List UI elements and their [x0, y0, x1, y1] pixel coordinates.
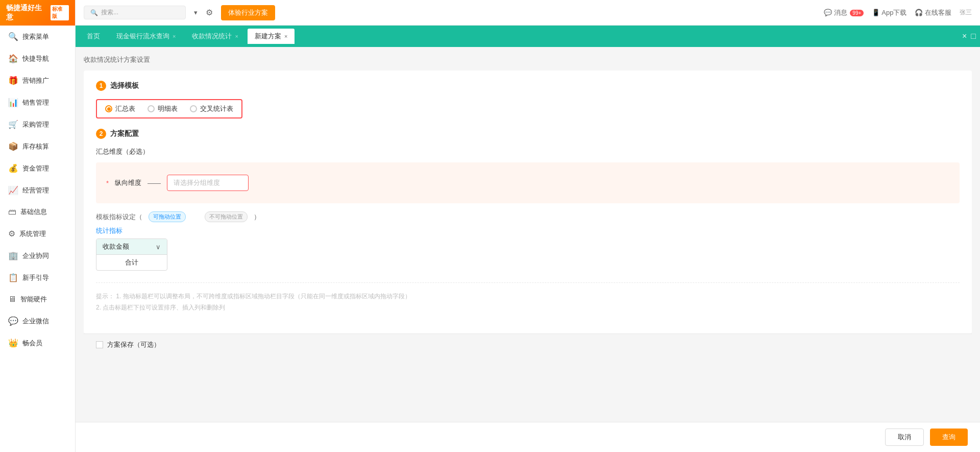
- stat-body-row: 合计: [96, 255, 167, 270]
- download-icon: 📱: [872, 9, 880, 16]
- tab-home[interactable]: 首页: [80, 29, 107, 44]
- query-button[interactable]: 查询: [930, 429, 968, 446]
- sidebar-item-operation[interactable]: 📈 经营管理: [0, 179, 75, 201]
- indicators-section: 模板指标设定（ 可拖动位置 不可拖动位置 ） 统计指标 收款金额 ∨ 合计: [96, 211, 960, 272]
- tab-home-label: 首页: [87, 32, 100, 41]
- tab-receipt-stats-label: 收款情况统计: [192, 32, 232, 41]
- sidebar-item-purchase[interactable]: 🛒 采购管理: [0, 113, 75, 135]
- database-icon: 🗃: [8, 207, 16, 217]
- window-close-icon[interactable]: ×: [962, 32, 967, 41]
- topbar-right: 💬 消息 99+ 📱 App下载 🎧 在线客服 张三: [824, 8, 972, 17]
- field-label: 纵向维度: [115, 178, 141, 187]
- trial-button[interactable]: 体验行业方案: [221, 5, 275, 20]
- sidebar-item-basic[interactable]: 🗃 基础信息: [0, 201, 75, 223]
- search-box[interactable]: 🔍 搜索...: [84, 6, 186, 19]
- sidebar-item-finance[interactable]: 💰 资金管理: [0, 157, 75, 179]
- save-checkbox[interactable]: [96, 341, 103, 348]
- sidebar-item-label: 库存核算: [22, 142, 49, 151]
- dimension-row: * 纵向维度 —— 请选择分组维度: [106, 175, 949, 191]
- radio-cross-label: 交叉统计表: [200, 104, 233, 113]
- topbar: 🔍 搜索... ▾ ⚙ 体验行业方案 💬 消息 99+ 📱 App下载 🎧 在线…: [76, 0, 980, 26]
- message-icon: 💬: [824, 9, 832, 16]
- sidebar-item-label: 系统管理: [19, 229, 46, 239]
- radio-detail[interactable]: 明细表: [148, 104, 178, 113]
- tab-receipt-stats-close[interactable]: ×: [235, 33, 238, 39]
- step1-num: 1: [96, 81, 106, 91]
- radio-cross[interactable]: 交叉统计表: [190, 104, 233, 113]
- sidebar-item-member[interactable]: 👑 畅会员: [0, 332, 75, 354]
- sidebar-item-quick-nav[interactable]: 🏠 快捷导航: [0, 47, 75, 69]
- tab-bank-flow-label: 现金银行流水查询: [116, 32, 169, 41]
- sidebar-item-label: 搜索菜单: [22, 32, 49, 41]
- sidebar-item-corp[interactable]: 🏢 企业协同: [0, 245, 75, 267]
- draggable-badge: 可拖动位置: [149, 211, 186, 222]
- gift-icon: 🎁: [8, 76, 18, 85]
- tips-line1: 提示： 1. 拖动标题栏可以调整布局，不可跨维度或指标区域拖动栏目字段（只能在同…: [96, 291, 960, 302]
- cancel-button[interactable]: 取消: [885, 429, 924, 446]
- gear-icon: ⚙: [8, 229, 15, 239]
- download-area[interactable]: 📱 App下载: [872, 8, 906, 17]
- indicators-title: 模板指标设定（: [96, 212, 142, 222]
- notification-area[interactable]: 💬 消息 99+: [824, 8, 864, 17]
- sidebar-item-label: 营销推广: [22, 76, 49, 85]
- radio-summary-circle: [105, 105, 112, 112]
- step1-header: 1 选择模板: [96, 81, 960, 91]
- sidebar-item-search-menu[interactable]: 🔍 搜索菜单: [0, 26, 75, 47]
- sidebar-item-label: 经营管理: [22, 186, 49, 195]
- indicators-header: 模板指标设定（ 可拖动位置 不可拖动位置 ）: [96, 211, 960, 222]
- save-label: 方案保存（可选）: [107, 340, 160, 349]
- arrow-separator: ——: [148, 179, 161, 187]
- indicators-close: ）: [254, 212, 260, 222]
- tab-new-plan-close[interactable]: ×: [284, 33, 287, 39]
- save-section: 方案保存（可选）: [84, 334, 972, 355]
- window-maximize-icon[interactable]: □: [971, 32, 976, 41]
- sidebar-item-label: 企业协同: [22, 251, 49, 260]
- footer-bar: 取消 查询: [76, 422, 980, 452]
- sidebar-item-label: 智能硬件: [20, 295, 47, 304]
- user-name: 张三: [960, 8, 972, 17]
- radio-summary[interactable]: 汇总表: [105, 104, 135, 113]
- home-icon: 🏠: [8, 54, 18, 63]
- sidebar-item-label: 快捷导航: [22, 54, 49, 63]
- tab-new-plan[interactable]: 新建方案 ×: [248, 29, 295, 44]
- tab-bank-flow[interactable]: 现金银行流水查询 ×: [109, 29, 183, 44]
- sidebar-item-label: 销售管理: [22, 98, 49, 107]
- dropdown-arrow[interactable]: ▾: [194, 9, 198, 16]
- logo-text: 畅捷通好生意: [6, 4, 48, 22]
- search-icon: 🔍: [90, 9, 98, 16]
- sidebar-item-system[interactable]: ⚙ 系统管理: [0, 223, 75, 245]
- chart-icon: 📊: [8, 98, 18, 107]
- settings-gear-icon[interactable]: ⚙: [206, 8, 213, 17]
- template-options: 汇总表 明细表 交叉统计表: [96, 99, 242, 118]
- service-area[interactable]: 🎧 在线客服: [915, 8, 951, 17]
- download-label: App下载: [881, 9, 906, 16]
- sidebar-item-wechat[interactable]: 💬 企业微信: [0, 310, 75, 332]
- sidebar-item-marketing[interactable]: 🎁 营销推广: [0, 69, 75, 91]
- sidebar-item-inventory[interactable]: 📦 库存核算: [0, 135, 75, 157]
- service-label: 在线客服: [925, 9, 951, 16]
- box-icon: 📦: [8, 141, 18, 151]
- radio-detail-circle: [148, 105, 155, 112]
- tab-new-plan-label: 新建方案: [255, 32, 281, 41]
- step1-section: 1 选择模板 汇总表 明细表 交叉统计表: [96, 81, 960, 118]
- sidebar-item-label: 资金管理: [22, 164, 49, 173]
- computer-icon: 🖥: [8, 295, 16, 304]
- sidebar-item-label: 基础信息: [20, 207, 47, 217]
- guide-icon: 📋: [8, 273, 18, 282]
- stat-header-row: 收款金额 ∨: [96, 239, 167, 255]
- stat-label: 统计指标: [96, 226, 960, 235]
- sidebar-item-hardware[interactable]: 🖥 智能硬件: [0, 289, 75, 310]
- stat-col-header: 收款金额: [103, 242, 129, 251]
- window-controls: × □: [962, 32, 976, 41]
- stat-table: 收款金额 ∨ 合计: [96, 239, 167, 271]
- search-placeholder: 搜索...: [101, 8, 118, 17]
- sidebar-item-guide[interactable]: 📋 新手引导: [0, 267, 75, 289]
- logo-badge: 标准版: [51, 5, 69, 20]
- tab-bank-flow-close[interactable]: ×: [173, 33, 176, 39]
- crown-icon: 👑: [8, 338, 18, 348]
- sidebar-item-sales[interactable]: 📊 销售管理: [0, 91, 75, 113]
- tab-receipt-stats[interactable]: 收款情况统计 ×: [185, 29, 245, 44]
- stat-col-dropdown[interactable]: ∨: [156, 243, 161, 251]
- content-area: 收款情况统计方案设置 1 选择模板 汇总表 明细表: [76, 47, 980, 422]
- dimension-select[interactable]: 请选择分组维度: [167, 175, 249, 191]
